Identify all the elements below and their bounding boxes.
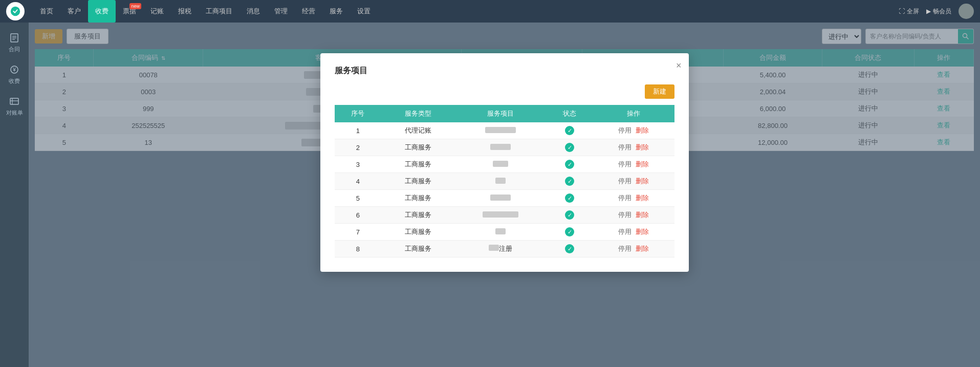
- status-active-icon: ✓: [565, 227, 574, 236]
- modal-table-row: 5 工商服务 ████ ✓ 停用 删除: [335, 190, 674, 207]
- nav-item-operation[interactable]: 经营: [295, 0, 322, 23]
- service-items-table: 序号 服务类型 服务项目 状态 操作 1 代理记账 ████████1 ✓: [335, 105, 674, 257]
- stop-button[interactable]: 停用: [618, 160, 631, 168]
- stop-button[interactable]: 停用: [618, 194, 631, 202]
- sidebar-label-statement: 对账单: [6, 109, 23, 117]
- svg-point-0: [11, 7, 20, 16]
- modal-new-button[interactable]: 新建: [645, 84, 674, 99]
- status-active-icon: ✓: [565, 244, 574, 253]
- fullscreen-icon: ⛶: [899, 8, 905, 15]
- nav-item-service[interactable]: 服务: [322, 0, 350, 23]
- status-active-icon: ✓: [565, 210, 574, 220]
- modal-table-row: 1 代理记账 ████████1 ✓ 停用 删除: [335, 122, 674, 139]
- contract-icon: [8, 32, 20, 44]
- main-content: 新增 服务项目 进行中 全部 已结束 序号: [29, 23, 980, 367]
- modal-th-action: 操作: [593, 105, 674, 122]
- modal-th-seq: 序号: [335, 105, 382, 122]
- app-logo: [6, 2, 25, 20]
- stop-button[interactable]: 停用: [618, 143, 631, 151]
- nav-item-home[interactable]: 首页: [33, 0, 60, 23]
- delete-button[interactable]: 删除: [636, 194, 649, 202]
- modal-table-row: 4 工商服务 ██ ✓ 停用 删除: [335, 173, 674, 190]
- nav-item-tax[interactable]: 报税: [171, 0, 199, 23]
- modal-table-row: 8 工商服务 ██注册 ✓ 停用 删除: [335, 241, 674, 257]
- modal-scroll-area[interactable]: 序号 服务类型 服务项目 状态 操作 1 代理记账 ████████1 ✓: [335, 105, 674, 257]
- status-active-icon: ✓: [565, 193, 574, 203]
- svg-rect-7: [10, 98, 18, 104]
- nav-item-bookkeeping[interactable]: 记账: [143, 0, 171, 23]
- stop-button[interactable]: 停用: [618, 228, 631, 235]
- sidebar-item-fee[interactable]: ¥ 收费: [0, 58, 29, 90]
- blurred-item: ████████1: [485, 127, 516, 133]
- blurred-item: ███: [493, 161, 508, 167]
- status-active-icon: ✓: [565, 126, 574, 135]
- modal-table-row: 7 工商服务 ██ ✓ 停用 删除: [335, 224, 674, 241]
- stop-button[interactable]: 停用: [618, 245, 631, 252]
- stop-button[interactable]: 停用: [618, 211, 631, 219]
- modal-overlay: × 服务项目 新建 序号 服务类型 服务项目 状态 操作: [29, 23, 980, 367]
- delete-button[interactable]: 删除: [636, 211, 649, 219]
- blurred-item: ████: [490, 144, 511, 150]
- status-active-icon: ✓: [565, 177, 574, 186]
- nav-item-fee[interactable]: 收费: [88, 0, 116, 23]
- modal-th-status: 状态: [546, 105, 593, 122]
- delete-button[interactable]: 删除: [636, 126, 649, 134]
- svg-text:¥: ¥: [12, 67, 16, 73]
- statement-icon: [8, 95, 20, 107]
- modal-toolbar: 新建: [335, 84, 674, 99]
- sidebar-item-statement[interactable]: 对账单: [0, 90, 29, 122]
- nav-item-message[interactable]: 消息: [239, 0, 267, 23]
- nav-item-customer[interactable]: 客户: [60, 0, 88, 23]
- stop-button[interactable]: 停用: [618, 177, 631, 185]
- nav-item-business[interactable]: 工商项目: [199, 0, 239, 23]
- modal-table-row: 3 工商服务 ███ ✓ 停用 删除: [335, 156, 674, 173]
- modal-title: 服务项目: [335, 66, 674, 76]
- nav-items: 首页 客户 收费 票据 new 记账 报税 工商项目 消息 管理 经营 服务 设…: [33, 0, 899, 23]
- modal-th-item: 服务项目: [454, 105, 546, 122]
- stop-button[interactable]: 停用: [618, 126, 631, 134]
- status-active-icon: ✓: [565, 143, 574, 152]
- blurred-item: ████: [490, 195, 511, 201]
- new-badge: new: [129, 3, 141, 9]
- play-icon: ▶: [926, 8, 931, 15]
- blurred-item: ██: [495, 178, 506, 184]
- fullscreen-button[interactable]: ⛶ 全屏: [899, 7, 919, 16]
- service-modal: × 服务项目 新建 序号 服务类型 服务项目 状态 操作: [320, 53, 689, 272]
- sidebar-label-fee: 收费: [9, 77, 20, 85]
- modal-table-row: 2 工商服务 ████ ✓ 停用 删除: [335, 139, 674, 156]
- fee-icon: ¥: [8, 63, 20, 76]
- delete-button[interactable]: 删除: [636, 160, 649, 168]
- user-avatar[interactable]: [959, 4, 974, 19]
- blurred-item: ██: [489, 245, 499, 251]
- nav-item-manage[interactable]: 管理: [267, 0, 295, 23]
- delete-button[interactable]: 删除: [636, 228, 649, 235]
- nav-item-settings[interactable]: 设置: [350, 0, 378, 23]
- top-navigation: 首页 客户 收费 票据 new 记账 报税 工商项目 消息 管理 经营 服务 设…: [0, 0, 980, 23]
- delete-button[interactable]: 删除: [636, 245, 649, 252]
- sidebar: 合同 ¥ 收费 对账单: [0, 23, 29, 367]
- sidebar-item-contract[interactable]: 合同: [0, 27, 29, 58]
- modal-close-button[interactable]: ×: [676, 60, 682, 71]
- nav-item-bill[interactable]: 票据 new: [116, 0, 143, 23]
- sidebar-label-contract: 合同: [9, 46, 20, 53]
- modal-table-row: 6 工商服务 ████████ ✓ 停用 删除: [335, 207, 674, 224]
- delete-button[interactable]: 删除: [636, 143, 649, 151]
- modal-th-type: 服务类型: [381, 105, 454, 122]
- blurred-item: ██: [495, 228, 506, 234]
- delete-button[interactable]: 删除: [636, 177, 649, 185]
- blurred-item: ████████: [483, 211, 518, 218]
- nav-right-actions: ⛶ 全屏 ▶ 畅会员: [899, 4, 974, 19]
- status-active-icon: ✓: [565, 160, 574, 169]
- member-button[interactable]: ▶ 畅会员: [926, 7, 951, 16]
